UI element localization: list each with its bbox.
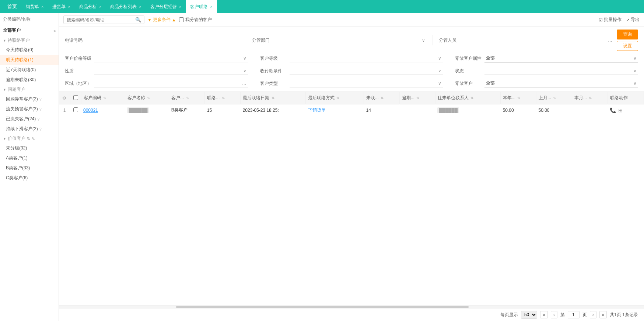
help-icon-abnormal[interactable]: ? [39,97,42,101]
filter-icon: ▼ [147,17,152,23]
sidebar-item-today[interactable]: 今天待联络(0) [0,45,59,55]
filter-payment-select[interactable]: ∨ [290,67,443,75]
edit-icon[interactable]: ✎ [31,136,35,141]
filter-status-select[interactable]: ∨ [484,67,638,75]
export-button[interactable]: ↗ 导出 [626,17,640,23]
page-suffix: 页 [582,312,587,318]
nav-home[interactable]: 首页 [3,0,21,13]
row-checkbox[interactable] [73,107,78,112]
sidebar-item-7days[interactable]: 近7天待联络(0) [0,65,59,75]
collapse-icon[interactable]: « [53,28,56,33]
filter-dept-select[interactable]: ∨ [281,37,427,44]
sidebar-item-overdue[interactable]: 逾期未联络(30) [0,75,59,85]
sidebar-item-class-c[interactable]: C类客户(6) [0,173,59,183]
page-number-input[interactable] [568,311,580,318]
col-settings[interactable]: ⚙ [59,92,70,104]
filter-nature: 性质 ∨ [65,67,248,75]
grid-icon[interactable]: ⊞ [618,107,623,113]
sidebar-item-lost[interactable]: 已流失客户(24) ? [0,114,59,124]
nav-customer-contact[interactable]: 客户联络 × [186,0,217,13]
filter-retail-select[interactable]: 全部∨ [484,79,638,88]
refresh-icon[interactable]: ↻ [27,136,31,141]
sidebar-item-declining[interactable]: 持续下滑客户(2) ? [0,124,59,134]
filter-status: 状态 ∨ [455,67,638,75]
sort-type-icon[interactable]: ⇅ [186,96,189,100]
nav-purchase-close[interactable]: × [68,4,70,9]
reset-button[interactable]: 设置 [617,41,638,51]
total-records: 共1页 1条记录 [610,312,638,318]
filter-region-select[interactable]: … [94,80,248,87]
filter-status-label: 状态 [455,68,484,74]
filter-level-select[interactable]: ∨ [290,55,443,62]
select-all-checkbox[interactable] [73,95,78,100]
sort-lmonth-icon[interactable]: ⇅ [553,96,556,100]
my-customers-checkbox[interactable] [179,17,184,22]
query-button[interactable]: 查询 [617,30,638,39]
filter-payment: 收付款条件 ∨ [260,67,443,75]
pagination-next[interactable]: › [590,311,596,318]
nav-segment-close[interactable]: × [179,4,181,9]
filter-phone-input[interactable] [94,37,240,44]
nav-sales-close[interactable]: × [41,4,43,9]
col-name: 客户名称 ⇅ [125,92,169,104]
nav-product-analysis-list[interactable]: 商品分析列表 × [106,0,146,13]
filter-phone-label: 电话号码 [65,37,94,44]
filter-type-select[interactable]: ∨ [290,80,443,87]
pagination-prev[interactable]: ‹ [551,311,557,318]
pagination-last[interactable]: » [599,311,607,318]
sidebar-search-input[interactable] [3,17,58,22]
nav-sales[interactable]: 销货单 × [21,0,48,13]
filter-manager: 分管人员 … [439,37,614,44]
nav-product-list-close[interactable]: × [139,4,141,9]
cell-unit-contact: ██████ [435,104,500,116]
help-icon-churn[interactable]: ? [39,107,42,111]
filter-scatter-label: 零散客户属性 [455,55,484,62]
sort-name-icon[interactable]: ⇅ [147,96,150,100]
filter-scatter-select[interactable]: 全部∨ [484,54,638,63]
content-area: 🔍 ▼ 更多条件 ▲ 我分管的客户 ☑ 批量操作 ↗ 导出 [59,13,644,321]
help-icon-lost[interactable]: ? [37,117,39,121]
customer-table: ⚙ 客户编码 ⇅ 客户名称 ⇅ 客户... [59,92,644,116]
sort-unit-icon[interactable]: ⇅ [470,96,473,100]
sidebar-item-class-b[interactable]: B类客户(33) [0,163,59,173]
sort-method-icon[interactable]: ⇅ [336,96,339,100]
page-size-select[interactable]: 50 [521,311,537,319]
filter-price-select[interactable]: ∨ [94,55,248,62]
horizontal-scrollbar[interactable] [59,305,644,308]
sort-overdue-icon[interactable]: ⇅ [416,96,419,100]
pagination-first[interactable]: « [540,311,548,318]
filter-row-4: 区域（地区） … 客户类型 ∨ 零散客户 全部∨ [65,78,638,89]
filter-phone: 电话号码 [65,37,240,44]
sort-code-icon[interactable]: ⇅ [103,96,106,100]
cell-action: 📞 ⊞ [608,104,644,116]
help-icon-declining[interactable]: ? [39,127,42,131]
more-filters-button[interactable]: ▼ 更多条件 ▲ [147,17,176,23]
filter-nature-select[interactable]: ∨ [94,67,248,75]
nav-product-analysis-close[interactable]: × [99,4,101,9]
nav-purchase[interactable]: 进货单 × [48,0,74,13]
sort-unlinked-icon[interactable]: ⇅ [381,96,384,100]
nav-contact-close[interactable]: × [210,4,212,9]
batch-operation-button[interactable]: ☑ 批量操作 [599,17,622,23]
my-customers-checkbox-container[interactable]: 我分管的客户 [179,17,212,23]
customer-code-link[interactable]: 000021 [83,108,98,113]
sidebar-item-tomorrow[interactable]: 明天待联络(1) [0,55,59,65]
sidebar-item-ungrouped[interactable]: 未分组(32) [0,143,59,153]
sidebar-item-churn-warning[interactable]: 流失预警客户(3) ? [0,104,59,114]
sort-date-icon[interactable]: ⇅ [272,96,274,100]
filter-customer-type: 客户类型 ∨ [260,80,443,87]
phone-icon[interactable]: 📞 [610,107,616,113]
sort-year-icon[interactable]: ⇅ [517,96,520,100]
sort-contact-icon[interactable]: ⇅ [222,96,225,100]
sort-month-icon[interactable]: ⇅ [589,96,592,100]
last-method-link[interactable]: 下销货单 [308,107,326,113]
search-input[interactable] [67,17,135,23]
nav-product-analysis[interactable]: 商品分析 × [75,0,106,13]
sidebar-item-abnormal[interactable]: 回购异常客户(2) ? [0,94,59,104]
filter-retail: 零散客户 全部∨ [455,79,638,88]
filter-manager-select[interactable]: … [468,37,614,44]
nav-customer-segment[interactable]: 客户分层经营 × [146,0,186,13]
search-icon[interactable]: 🔍 [135,17,141,23]
all-customers-header[interactable]: 全部客户 « [0,25,59,36]
sidebar-item-class-a[interactable]: A类客户(1) [0,153,59,163]
